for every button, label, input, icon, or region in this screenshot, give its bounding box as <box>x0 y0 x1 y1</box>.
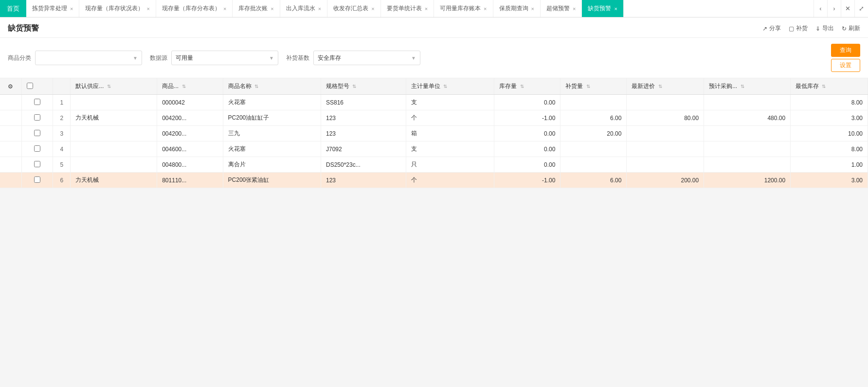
sort-icon: ⇅ <box>182 84 186 89</box>
col-product-code[interactable]: 商品... ⇅ <box>157 78 223 95</box>
row-min-stock: 10.00 <box>791 126 868 141</box>
main-content: 缺货预警 ↗ 分享 ▢ 补货 ⇓ 导出 ↻ 刷新 商品分类 <box>0 18 868 188</box>
row-stock: 0.00 <box>494 141 561 157</box>
row-seq: 1 <box>53 95 71 110</box>
sort-icon: ⇅ <box>741 84 744 89</box>
replenish-button[interactable]: ▢ 补货 <box>789 24 808 33</box>
col-latest-price[interactable]: 最新进价 ⇅ <box>627 78 704 95</box>
row-product-code: 004200... <box>157 110 223 126</box>
row-checkbox[interactable] <box>34 114 40 121</box>
row-min-stock: 1.00 <box>791 157 868 173</box>
tab-prev-button[interactable]: ‹ <box>814 0 827 18</box>
datasource-label: 数据源 <box>150 54 167 62</box>
row-checkbox[interactable] <box>34 145 40 152</box>
table-row: 1 0000042 火花塞 SS816 支 0.00 8.00 <box>0 95 868 110</box>
tab-shortage-warning[interactable]: 缺货预警 × <box>582 0 623 17</box>
tab-close-icon[interactable]: × <box>484 6 487 12</box>
row-default-supplier <box>71 126 157 141</box>
row-checkbox[interactable] <box>34 130 40 136</box>
col-stock[interactable]: 库存量 ⇅ <box>494 78 561 95</box>
col-settings[interactable]: ⚙ <box>0 78 21 95</box>
col-replenish-qty[interactable]: 补货量 ⇅ <box>561 78 627 95</box>
select-all-checkbox[interactable] <box>27 83 33 89</box>
tab-overstock-warning[interactable]: 超储预警 × <box>541 0 582 17</box>
col-label: 库存量 <box>499 83 517 89</box>
tab-receive-summary[interactable]: 收发存汇总表 × <box>327 0 380 17</box>
tab-close-icon[interactable]: × <box>531 6 534 12</box>
tab-maximize-button[interactable]: ⤢ <box>854 0 868 18</box>
row-checkbox-cell[interactable] <box>21 157 53 173</box>
tab-close-icon[interactable]: × <box>146 6 149 12</box>
row-spec: 123 <box>321 126 406 141</box>
row-default-supplier: 力天机械 <box>71 110 157 126</box>
row-checkbox-cell[interactable] <box>21 141 53 157</box>
filter-datasource-group: 数据源 可用量 ▼ <box>150 51 278 65</box>
col-spec[interactable]: 规格型号 ⇅ <box>321 78 406 95</box>
tab-expiry-query[interactable]: 保质期查询 × <box>493 0 541 17</box>
tab-label: 收发存汇总表 <box>333 4 368 13</box>
row-replenish-qty <box>561 141 627 157</box>
row-checkbox[interactable] <box>34 99 40 105</box>
query-button[interactable]: 查询 <box>831 44 860 57</box>
col-default-supplier[interactable]: 默认供应... ⇅ <box>71 78 157 95</box>
replenish-basis-select[interactable]: 安全库存 ▼ <box>313 51 420 65</box>
filter-category-group: 商品分类 ▼ <box>8 51 142 65</box>
row-spec: J7092 <box>321 141 406 157</box>
row-checkbox[interactable] <box>34 161 40 167</box>
tab-close-icon[interactable]: × <box>371 6 374 12</box>
tab-next-button[interactable]: › <box>827 0 841 18</box>
filter-replenish-basis-group: 补货基数 安全库存 ▼ <box>286 51 420 65</box>
tab-label: 现存量（库存分布表） <box>162 4 220 13</box>
row-checkbox-cell[interactable] <box>21 95 53 110</box>
col-min-stock[interactable]: 最低库存 ⇅ <box>791 78 868 95</box>
row-product-code: 801110... <box>157 173 223 188</box>
tab-close-icon[interactable]: × <box>223 6 226 12</box>
category-select[interactable]: ▼ <box>35 51 142 65</box>
tab-close-icon[interactable]: × <box>614 6 617 12</box>
tab-close-icon[interactable]: × <box>70 6 73 12</box>
refresh-button[interactable]: ↻ 刷新 <box>842 24 860 33</box>
row-checkbox-cell[interactable] <box>21 110 53 126</box>
tab-label: 出入库流水 <box>286 4 315 13</box>
settings-icon[interactable]: ⚙ <box>8 83 13 90</box>
col-product-name[interactable]: 商品名称 ⇅ <box>223 78 321 95</box>
row-min-stock: 3.00 <box>791 110 868 126</box>
sort-icon: ⇅ <box>822 84 826 89</box>
col-label: 补货量 <box>565 83 583 89</box>
tab-inout-flow[interactable]: 出入库流水 × <box>280 0 327 17</box>
tab-order-stats[interactable]: 要货单统计表 × <box>381 0 434 17</box>
tab-close-icon[interactable]: × <box>573 6 576 12</box>
col-label: 主计量单位 <box>411 83 440 89</box>
row-seq: 5 <box>53 157 71 173</box>
row-settings-cell <box>0 141 21 157</box>
tab-pick-error[interactable]: 拣货异常处理 × <box>26 0 79 17</box>
sort-icon: ⇅ <box>658 84 662 89</box>
tab-home[interactable]: 首页 <box>0 0 26 17</box>
share-button[interactable]: ↗ 分享 <box>762 24 781 33</box>
chevron-down-icon: ▼ <box>411 55 416 61</box>
col-label: 默认供应... <box>75 83 104 89</box>
row-checkbox-cell[interactable] <box>21 126 53 141</box>
row-seq: 3 <box>53 126 71 141</box>
row-latest-price <box>627 95 704 110</box>
export-button[interactable]: ⇓ 导出 <box>815 24 834 33</box>
tab-inventory-status[interactable]: 现存量（库存状况表） × <box>79 0 156 17</box>
tab-inventory-dist[interactable]: 现存量（库存分布表） × <box>156 0 233 17</box>
tab-batch-account[interactable]: 库存批次账 × <box>233 0 280 17</box>
col-estimated-purchase[interactable]: 预计采购... ⇅ <box>704 78 791 95</box>
row-checkbox-cell[interactable] <box>21 173 53 188</box>
tab-close-icon[interactable]: × <box>271 6 273 12</box>
tab-close-all-button[interactable]: ✕ <box>841 0 854 18</box>
tab-available-ledger[interactable]: 可用量库存账本 × <box>434 0 493 17</box>
row-spec: 123 <box>321 173 406 188</box>
tab-close-icon[interactable]: × <box>318 6 321 12</box>
tab-close-icon[interactable]: × <box>425 6 428 12</box>
replenish-basis-label: 补货基数 <box>286 54 309 62</box>
col-label: 商品... <box>162 83 179 89</box>
settings-button[interactable]: 设置 <box>831 59 860 72</box>
datasource-select[interactable]: 可用量 ▼ <box>171 51 278 65</box>
col-unit[interactable]: 主计量单位 ⇅ <box>406 78 494 95</box>
row-default-supplier <box>71 157 157 173</box>
row-replenish-qty: 20.00 <box>561 126 627 141</box>
row-checkbox[interactable] <box>34 176 40 183</box>
